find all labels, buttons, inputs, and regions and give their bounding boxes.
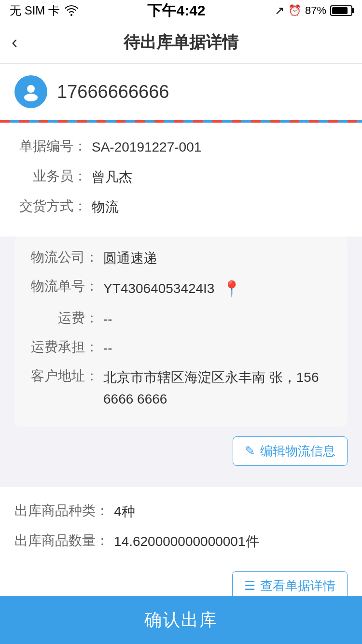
status-right: ↗ ⏰ 87% — [275, 4, 352, 17]
product-quantity-label: 出库商品数量： — [14, 532, 114, 550]
product-type-row: 出库商品种类： 4种 — [14, 502, 348, 522]
tracking-row: 物流单号： YT43064053424I3 📍 — [26, 277, 336, 300]
page-title: 待出库单据详情 — [124, 31, 238, 54]
location-status-icon: ↗ — [275, 4, 284, 17]
logistics-company-value: 圆通速递 — [103, 248, 336, 268]
freight-value: -- — [103, 309, 336, 329]
battery-icon — [330, 5, 352, 16]
delivery-label: 交货方式： — [14, 197, 92, 215]
document-info-section: 单据编号： SA-20191227-001 业务员： 曾凡杰 交货方式： 物流 — [0, 123, 362, 237]
freight-label: 运费： — [26, 309, 103, 327]
battery-percent: 87% — [305, 4, 326, 17]
salesman-row: 业务员： 曾凡杰 — [14, 167, 348, 187]
carrier-text: 无 SIM 卡 — [10, 3, 60, 18]
edit-button-label: 编辑物流信息 — [260, 443, 335, 460]
edit-button-row: ✎ 编辑物流信息 — [0, 436, 362, 477]
alarm-icon: ⏰ — [288, 4, 301, 17]
battery-fill — [332, 7, 348, 14]
freight-row: 运费： -- — [26, 309, 336, 329]
product-section: 出库商品种类： 4种 出库商品数量： 14.620000000000001件 — [0, 487, 362, 571]
wifi-icon — [65, 5, 78, 16]
delivery-row: 交货方式： 物流 — [14, 197, 348, 217]
view-button-label: 查看单据详情 — [260, 577, 335, 594]
customer-header: 17666666666 — [0, 64, 362, 120]
edit-logistics-button[interactable]: ✎ 编辑物流信息 — [233, 436, 348, 466]
document-number-label: 单据编号： — [14, 137, 92, 155]
logistics-box: 物流公司： 圆通速递 物流单号： YT43064053424I3 📍 运费： -… — [14, 237, 348, 427]
svg-point-1 — [24, 94, 38, 101]
delivery-value: 物流 — [92, 197, 348, 217]
product-quantity-value: 14.620000000000001件 — [114, 532, 348, 552]
nav-bar: ‹ 待出库单据详情 — [0, 21, 362, 64]
view-icon: ☰ — [244, 578, 255, 593]
svg-point-0 — [27, 85, 35, 93]
tracking-number: YT43064053424I3 — [103, 279, 214, 299]
customer-phone: 17666666666 — [57, 82, 169, 102]
product-quantity-row: 出库商品数量： 14.620000000000001件 — [14, 532, 348, 552]
address-row: 客户地址： 北京市市辖区海淀区永丰南 张，156 6666 6666 — [26, 367, 336, 410]
salesman-label: 业务员： — [14, 167, 92, 185]
edit-icon: ✎ — [245, 444, 255, 459]
status-bar: 无 SIM 卡 下午4:42 ↗ ⏰ 87% — [0, 0, 362, 21]
status-left: 无 SIM 卡 — [10, 3, 78, 18]
document-number-value: SA-20191227-001 — [92, 137, 348, 157]
product-type-label: 出库商品种类： — [14, 502, 114, 520]
section-separator — [0, 477, 362, 487]
address-label: 客户地址： — [26, 367, 103, 385]
address-value: 北京市市辖区海淀区永丰南 张，156 6666 6666 — [103, 367, 336, 410]
freight-bearer-value: -- — [103, 338, 336, 358]
back-button[interactable]: ‹ — [12, 32, 17, 53]
time-display: 下午4:42 — [147, 1, 205, 21]
product-type-value: 4种 — [114, 502, 348, 522]
freight-bearer-row: 运费承担： -- — [26, 338, 336, 358]
confirm-button[interactable]: 确认出库 — [0, 596, 362, 644]
document-number-row: 单据编号： SA-20191227-001 — [14, 137, 348, 157]
freight-bearer-label: 运费承担： — [26, 338, 103, 356]
logistics-company-label: 物流公司： — [26, 248, 103, 266]
salesman-value: 曾凡杰 — [92, 167, 348, 187]
avatar-icon — [21, 82, 41, 101]
logistics-company-row: 物流公司： 圆通速递 — [26, 248, 336, 268]
tracking-label: 物流单号： — [26, 277, 103, 295]
confirm-button-label: 确认出库 — [144, 608, 218, 632]
tracking-value-row: YT43064053424I3 📍 — [103, 277, 336, 300]
tracking-location-icon[interactable]: 📍 — [222, 277, 241, 300]
avatar — [14, 75, 47, 108]
